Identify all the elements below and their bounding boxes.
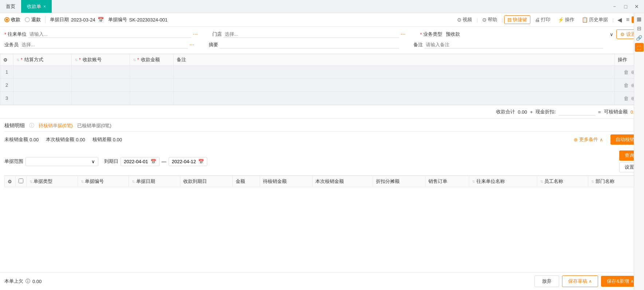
row-3-settle[interactable] bbox=[13, 92, 72, 105]
store-field: 门店 ··· bbox=[212, 31, 406, 38]
toolbar: 收款 退款 单据日期 2023-03-24 📅 单据编号 SK-20230324… bbox=[0, 13, 644, 27]
reconcile-th-number: ⇅ 单据编号 bbox=[78, 176, 129, 187]
reconcile-th-checkbox[interactable] bbox=[16, 176, 27, 187]
row-1-delete-icon[interactable]: 🗑 bbox=[624, 69, 629, 75]
plus-sign: + bbox=[530, 109, 533, 115]
reconcile-th-gear[interactable]: ⚙ bbox=[5, 176, 16, 187]
th-note: 备注 bbox=[174, 54, 615, 66]
reconcile-header-row: ⚙ ⇅ 单据类型 ⇅ 单据编号 bbox=[5, 176, 640, 187]
action-label: 操作 bbox=[565, 16, 574, 23]
date-range-separator: — bbox=[162, 159, 166, 164]
reconcile-stats: 未核销金额 0.00 本次核销金额 0.00 核销差额 0.00 ⊛ 更多条件 … bbox=[4, 132, 640, 148]
sidebar-icon-2[interactable]: ⊟ bbox=[635, 24, 644, 33]
tab-home[interactable]: 首页 bbox=[0, 0, 21, 13]
more-conditions-button[interactable]: ⊛ 更多条件 ∧ bbox=[574, 136, 603, 143]
abandon-button[interactable]: 放弃 bbox=[534, 275, 559, 287]
save-new-label: 保存&新增 bbox=[607, 278, 629, 285]
business-type-label: 业务类型 bbox=[423, 31, 442, 38]
row-1-settle[interactable] bbox=[13, 66, 72, 79]
row-2-delete-icon[interactable]: 🗑 bbox=[624, 82, 629, 88]
reconcile-select-all-checkbox[interactable] bbox=[19, 179, 23, 183]
calendar-to-icon: 📅 bbox=[198, 159, 204, 164]
row-1-note[interactable] bbox=[174, 66, 615, 79]
sidebar-icon-1[interactable]: ▦ bbox=[635, 15, 644, 23]
list-view-button[interactable]: ≡ bbox=[624, 16, 632, 24]
reconcile-info-icon[interactable]: ⓘ bbox=[29, 122, 34, 129]
history-button[interactable]: 📋 历史单据 bbox=[579, 15, 611, 24]
radio-receive[interactable]: 收款 bbox=[4, 16, 20, 23]
save-draft-label: 保存草稿 bbox=[568, 278, 587, 285]
reconcile-table-area: ⚙ ⇅ 单据类型 ⇅ 单据编号 bbox=[4, 176, 640, 187]
date-from-picker[interactable]: 2022-04-01 📅 bbox=[121, 157, 160, 166]
table-body: 1 🗑 ⊕ 2 bbox=[0, 66, 644, 105]
sidebar-icon-3[interactable]: 🔗 bbox=[635, 34, 644, 42]
done-tab[interactable]: 已核销单据(0笔) bbox=[77, 122, 111, 129]
close-button[interactable]: ✕ bbox=[632, 3, 641, 10]
minimize-button[interactable]: － bbox=[610, 3, 619, 11]
right-sidebar: ▦ ⊟ 🔗 ⬚ bbox=[634, 13, 644, 290]
radio-return-circle bbox=[25, 17, 30, 22]
row-3-note[interactable] bbox=[174, 92, 615, 105]
counterpart-more-icon[interactable]: ··· bbox=[193, 31, 197, 38]
discount-input[interactable] bbox=[559, 108, 595, 115]
range-select[interactable]: ∨ bbox=[25, 157, 98, 166]
reconcile-th-pending-label: 待核销金额 bbox=[263, 179, 287, 184]
business-type-chevron-icon[interactable]: ∨ bbox=[610, 32, 613, 37]
counterpart-input[interactable] bbox=[28, 31, 191, 38]
table-row: 2 🗑 ⊕ bbox=[0, 79, 644, 92]
date-from-value: 2022-04-01 bbox=[124, 159, 148, 164]
prev-view-button[interactable]: ◀ bbox=[615, 16, 624, 24]
row-3-delete-icon[interactable]: 🗑 bbox=[624, 95, 629, 101]
tab-close-icon[interactable]: × bbox=[43, 4, 46, 9]
row-2-note[interactable] bbox=[174, 79, 615, 92]
reconcile-th-type: ⇅ 单据类型 bbox=[27, 176, 78, 187]
note-input[interactable] bbox=[424, 41, 603, 48]
row-3-amount[interactable] bbox=[130, 92, 174, 105]
th-gear[interactable]: ⚙ bbox=[0, 54, 13, 66]
staff-more-icon[interactable]: ··· bbox=[189, 42, 194, 48]
date-to-picker[interactable]: 2022-04-12 📅 bbox=[169, 157, 208, 166]
store-more-icon[interactable]: ··· bbox=[401, 31, 405, 38]
row-2-account[interactable] bbox=[72, 79, 130, 92]
bottom-bar: 本单上欠 ⓘ 0.00 放弃 保存草稿 ∧ 保存&新增 ∧ bbox=[0, 272, 644, 290]
reconcile-th-date: ⇅ 单据日期 bbox=[129, 176, 180, 187]
action-button[interactable]: ⚡ 操作 bbox=[555, 15, 577, 24]
th-settle-label: 结算方式 bbox=[24, 57, 43, 62]
row-1-account[interactable] bbox=[72, 66, 130, 79]
tab-home-label: 首页 bbox=[6, 3, 15, 10]
bottom-actions: 放弃 保存草稿 ∧ 保存&新增 ∧ bbox=[534, 275, 640, 287]
table-row: 1 🗑 ⊕ bbox=[0, 66, 644, 79]
row-1-amount[interactable] bbox=[130, 66, 174, 79]
row-2-amount[interactable] bbox=[130, 79, 174, 92]
help-label: 帮助 bbox=[488, 16, 497, 23]
th-amount-label: 收款金额 bbox=[141, 57, 160, 62]
sidebar-icon-4[interactable]: ⬚ bbox=[635, 43, 644, 52]
table-header-row: ⚙ ⇅ * 结算方式 ⇅ * 收款账号 ⇅ bbox=[0, 54, 644, 66]
staff-input[interactable] bbox=[20, 41, 188, 48]
summary-input[interactable] bbox=[220, 41, 398, 48]
note-label: 备注 bbox=[413, 42, 423, 48]
help-button[interactable]: ⊙ 帮助 bbox=[479, 15, 500, 24]
page-wrapper: 收款 退款 单据日期 2023-03-24 📅 单据编号 SK-20230324… bbox=[0, 13, 644, 290]
tab-active[interactable]: 收款单 × bbox=[21, 0, 52, 13]
reconcile-th-due-date-label: 收款到期日 bbox=[183, 179, 207, 184]
business-type-required-mark: * bbox=[420, 32, 422, 37]
radio-return[interactable]: 退款 bbox=[25, 16, 41, 23]
reconcile-th-staff: ⇅ 员工名称 bbox=[537, 176, 588, 187]
row-2-settle[interactable] bbox=[13, 79, 72, 92]
pending-tab[interactable]: 待核销单据(0笔) bbox=[39, 122, 73, 129]
store-input[interactable] bbox=[223, 31, 399, 38]
summary-row: 收款合计 0.00 + 现金折扣: = 可核销金额 0.00 bbox=[0, 105, 644, 118]
maximize-button[interactable]: □ bbox=[622, 3, 629, 10]
reconcile-th-due-date: 收款到期日 bbox=[180, 176, 233, 187]
print-button[interactable]: 🖨 打印 bbox=[532, 15, 553, 24]
reconcile-th-pending: 待核销金额 bbox=[260, 176, 312, 187]
discount-label: 现金折扣: bbox=[535, 109, 556, 115]
shortcut-button[interactable]: ⊟ 快捷键 bbox=[504, 15, 530, 24]
video-icon: ⊙ bbox=[457, 17, 462, 23]
row-3-account[interactable] bbox=[72, 92, 130, 105]
save-draft-button[interactable]: 保存草稿 ∧ bbox=[562, 275, 598, 287]
store-label: 门店 bbox=[212, 31, 222, 38]
video-button[interactable]: ⊙ 视频 bbox=[454, 15, 475, 24]
date-calendar-icon[interactable]: 📅 bbox=[98, 17, 104, 23]
